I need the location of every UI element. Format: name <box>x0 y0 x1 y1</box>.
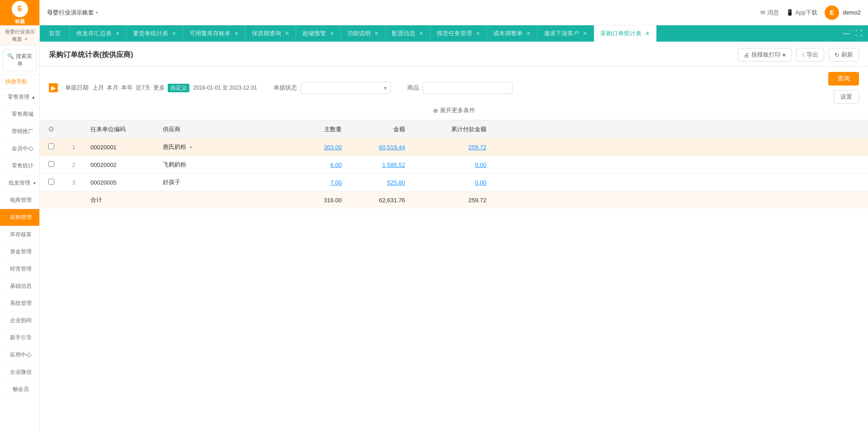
tab-overstock[interactable]: 超储预警 ✕ <box>296 25 341 42</box>
tab-close-icon[interactable]: ✕ <box>583 30 587 37</box>
tab-purchase-order-stat[interactable]: 采购订单统计表 ✕ <box>594 25 656 42</box>
refresh-button[interactable]: ↻ 刷新 <box>829 48 859 62</box>
tab-stock-book[interactable]: 可用量库存账本 ✕ <box>183 25 245 42</box>
export-button[interactable]: ↑ 导出 <box>796 48 825 62</box>
sidebar-item-retail-shop[interactable]: 零售商城 <box>0 106 39 123</box>
shortcut-this-year[interactable]: 本年 <box>121 84 133 92</box>
goods-more-icon[interactable]: ··· <box>504 85 509 91</box>
status-select[interactable]: ▾ <box>301 82 391 94</box>
row-amount[interactable]: 60,519.44 <box>347 138 410 156</box>
tab-close-icon[interactable]: ✕ <box>374 30 379 37</box>
filter-toggle-button[interactable]: ▶ <box>49 83 58 92</box>
row-amount[interactable]: 1,586.52 <box>347 156 410 174</box>
message-button[interactable]: ✉ 消息 <box>760 9 779 17</box>
row-index: 1 <box>62 138 85 156</box>
sidebar-item-vip[interactable]: 畅会员 <box>0 381 39 398</box>
col-qty-header: 主数量 <box>284 120 347 138</box>
row-checkbox-cell[interactable] <box>40 174 62 191</box>
refresh-icon: ↻ <box>835 52 840 58</box>
tab-close-icon[interactable]: ✕ <box>526 30 531 37</box>
column-settings-icon[interactable]: ⚙ <box>48 125 54 133</box>
query-button[interactable]: 查询 <box>828 72 859 86</box>
tab-expiry[interactable]: 保质期查询 ✕ <box>245 25 296 42</box>
row-checkbox[interactable] <box>48 143 54 149</box>
shortcut-this-month[interactable]: 本月 <box>107 84 118 92</box>
quick-nav-item[interactable]: 快捷导航 <box>0 75 39 89</box>
row-paid[interactable]: 259.72 <box>410 138 492 156</box>
table-row: 3 00020005 好孩子 7.00 525.80 0.00 <box>40 174 868 191</box>
sidebar-item-ops[interactable]: 经营管理 <box>0 261 39 278</box>
tab-invite[interactable]: 邀请下游客户 ✕ <box>538 25 594 42</box>
sidebar-item-wholesale[interactable]: 批发管理 ▾ <box>0 175 39 192</box>
app-download-button[interactable]: 📱 App下载 <box>786 9 817 17</box>
message-icon: ✉ <box>760 9 765 16</box>
search-menu-button[interactable]: 🔍 搜索菜单 <box>3 49 37 71</box>
sidebar-item-member[interactable]: 会员中心 <box>0 140 39 157</box>
tab-close-icon[interactable]: ✕ <box>234 30 239 37</box>
sidebar-item-inventory[interactable]: 库存核算 <box>0 226 39 243</box>
row-checkbox-cell[interactable] <box>40 138 62 156</box>
dropdown-arrow-icon: ▾ <box>25 37 27 42</box>
row-amount[interactable]: 525.80 <box>347 174 410 191</box>
sidebar-item-appstore[interactable]: 应用中心 <box>0 347 39 364</box>
tab-pick-task[interactable]: 拣货任务管理 ✕ <box>430 25 487 42</box>
row-checkbox[interactable] <box>48 179 54 185</box>
sidebar-item-purchase[interactable]: 采购管理 <box>0 209 39 226</box>
row-checkbox-cell[interactable] <box>40 156 62 174</box>
data-table: ⚙ 往来单位编码 供应商 主数量 金额 累计付款金额 1 00020001 <box>40 120 868 209</box>
sidebar-item-system[interactable]: 系统管理 <box>0 295 39 312</box>
sidebar-item-wechat[interactable]: 企业微信 <box>0 364 39 381</box>
sidebar-item-finance[interactable]: 资金管理 <box>0 243 39 261</box>
row-checkbox[interactable] <box>48 161 54 167</box>
tab-close-icon[interactable]: ✕ <box>285 30 289 37</box>
expand-more-button[interactable]: ⊕ 展开更多条件 <box>433 106 475 114</box>
shortcut-last-month[interactable]: 上月 <box>92 84 104 92</box>
user-menu[interactable]: E demo2 <box>825 5 861 20</box>
tab-close-icon[interactable]: ✕ <box>476 30 480 37</box>
tab-label: 收发存汇总表 <box>76 29 112 38</box>
tab-cost-adj[interactable]: 成本调整单 ✕ <box>487 25 538 42</box>
col-settings-header[interactable]: ⚙ <box>40 120 62 138</box>
goods-input[interactable]: ··· <box>423 82 513 94</box>
shortcut-7days[interactable]: 近7天 <box>136 84 151 92</box>
sidebar-item-basic[interactable]: 基础信息 <box>0 278 39 295</box>
tab-purchase-stat[interactable]: 要货单统计表 ✕ <box>127 25 183 42</box>
template-print-button[interactable]: 🖨 按模板打印 ▾ <box>738 48 792 62</box>
footer-amount-cell: 62,631.76 <box>347 191 410 209</box>
company-dropdown[interactable]: 母婴行业演示账套 ▾ <box>0 25 39 46</box>
export-icon: ↑ <box>802 52 805 58</box>
tab-receive-send[interactable]: 收发存汇总表 ✕ <box>70 25 127 42</box>
tab-func-desc[interactable]: 功能说明 ✕ <box>341 25 386 42</box>
tab-close-icon[interactable]: ✕ <box>172 30 176 37</box>
sidebar-item-newbie[interactable]: 新手引导 <box>0 329 39 347</box>
sidebar-logo[interactable]: 6 标题 <box>0 0 39 25</box>
row-paid[interactable]: 0.00 <box>410 174 492 191</box>
row-paid[interactable]: 0.00 <box>410 156 492 174</box>
tab-close-icon[interactable]: ✕ <box>419 30 424 37</box>
row-qty[interactable]: 7.00 <box>284 174 347 191</box>
sidebar-item-marketing[interactable]: 营销推广 <box>0 123 39 140</box>
sidebar-item-retail-stat[interactable]: 零售统计 <box>0 157 39 175</box>
sidebar-item-retail[interactable]: 零售管理 ▲ <box>0 89 39 106</box>
setting-button[interactable]: 设置 <box>834 90 859 104</box>
company-selector[interactable]: 母婴行业演示账套 ▾ <box>47 9 98 17</box>
tab-home[interactable]: 首页 <box>40 25 70 42</box>
row-qty[interactable]: 303.00 <box>284 138 347 156</box>
tabbar: 首页 收发存汇总表 ✕ 要货单统计表 ✕ 可用量库存账本 ✕ 保质期查询 ✕ 超… <box>40 25 868 42</box>
tab-close-icon[interactable]: ✕ <box>330 30 334 37</box>
tab-label: 可用量库存账本 <box>189 29 231 38</box>
tab-config[interactable]: 配置信息 ✕ <box>386 25 430 42</box>
custom-date-badge[interactable]: 自定义 <box>168 84 189 92</box>
sidebar-item-enterprise[interactable]: 企业协同 <box>0 312 39 329</box>
sidebar-item-ecommerce[interactable]: 电商管理 <box>0 192 39 209</box>
arrow-icon: ▾ <box>33 181 36 186</box>
row-qty[interactable]: 6.00 <box>284 156 347 174</box>
shortcut-more[interactable]: 更多 <box>153 84 165 92</box>
tab-close-icon[interactable]: ✕ <box>115 30 120 37</box>
tab-maximize-icon[interactable]: ⛶ <box>854 29 864 38</box>
col-extra-header <box>492 120 868 138</box>
tab-minimize-icon[interactable]: — <box>841 29 852 38</box>
tab-close-active-icon[interactable]: ✕ <box>645 30 650 37</box>
sidebar: 6 标题 母婴行业演示账套 ▾ 🔍 搜索菜单 快捷导航 零售管理 ▲ 零售商城 … <box>0 0 40 433</box>
header-actions: 🖨 按模板打印 ▾ ↑ 导出 ↻ 刷新 <box>738 48 859 62</box>
